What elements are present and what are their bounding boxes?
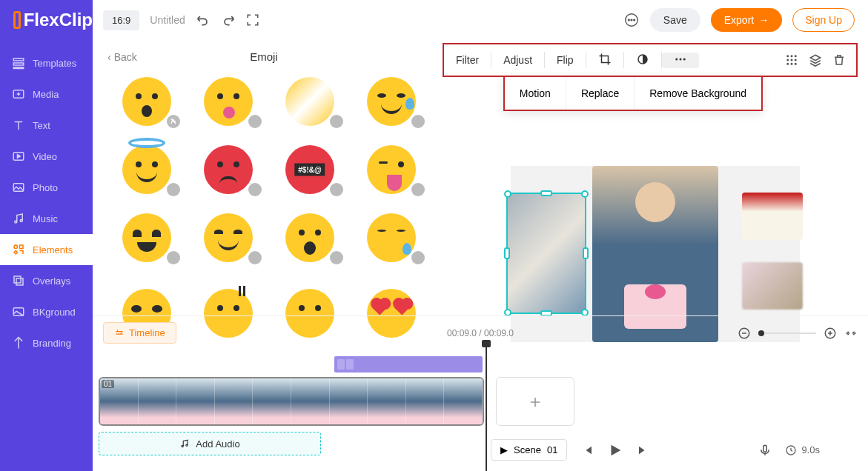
add-badge-icon bbox=[248, 115, 262, 128]
signup-button[interactable]: Sign Up bbox=[792, 8, 855, 32]
svg-point-29 bbox=[795, 63, 797, 65]
resize-handle[interactable] bbox=[581, 190, 589, 198]
svg-rect-5 bbox=[13, 63, 24, 65]
add-badge-icon bbox=[248, 183, 262, 196]
emoji-item[interactable] bbox=[112, 141, 182, 198]
overlay-image[interactable] bbox=[742, 193, 803, 240]
remove-background-button[interactable]: Remove Background bbox=[635, 77, 761, 110]
sidebar: Templates Media Text Video Photo Music E… bbox=[0, 40, 93, 471]
logo: FlexClip bbox=[0, 0, 93, 40]
replace-button[interactable]: Replace bbox=[566, 77, 634, 110]
zoom-in-icon[interactable] bbox=[824, 327, 837, 340]
zoom-slider-track[interactable] bbox=[764, 333, 816, 334]
sidebar-item-text[interactable]: Text bbox=[0, 110, 93, 141]
undo-icon[interactable] bbox=[196, 13, 211, 27]
svg-point-35 bbox=[186, 444, 188, 446]
filter-button[interactable]: Filter bbox=[444, 54, 491, 66]
fit-icon[interactable] bbox=[844, 327, 858, 340]
sidebar-item-overlays[interactable]: Overlays bbox=[0, 265, 93, 296]
add-badge-icon bbox=[330, 183, 343, 196]
timeline-toggle[interactable]: Timeline bbox=[103, 322, 176, 344]
emoji-item[interactable] bbox=[357, 141, 426, 198]
video-track[interactable]: 01 bbox=[99, 377, 484, 426]
svg-point-18 bbox=[675, 58, 677, 60]
more-dropdown: Motion Replace Remove Background bbox=[503, 76, 763, 111]
emoji-item[interactable]: #$!&@ bbox=[275, 141, 345, 198]
add-badge-icon bbox=[248, 251, 262, 264]
svg-point-23 bbox=[795, 55, 797, 57]
sidebar-item-branding[interactable]: Branding bbox=[0, 327, 93, 358]
add-badge-icon bbox=[330, 115, 343, 128]
image-toolbar: Filter Adjust Flip bbox=[443, 43, 858, 77]
resize-handle[interactable] bbox=[504, 247, 510, 259]
emoji-item[interactable] bbox=[112, 210, 182, 266]
add-audio-button[interactable]: Add Audio bbox=[99, 432, 321, 455]
add-badge-icon bbox=[167, 251, 180, 264]
motion-button[interactable]: Motion bbox=[505, 77, 566, 110]
sidebar-item-music[interactable]: Music bbox=[0, 203, 93, 234]
grid-icon[interactable] bbox=[785, 53, 798, 67]
export-button[interactable]: Export→ bbox=[711, 8, 782, 32]
emoji-item[interactable] bbox=[193, 73, 263, 130]
resize-handle[interactable] bbox=[581, 309, 589, 316]
emoji-item[interactable] bbox=[357, 210, 426, 266]
resize-handle[interactable] bbox=[504, 190, 511, 198]
sidebar-item-photo[interactable]: Photo bbox=[0, 172, 93, 203]
panel-title: Emoji bbox=[137, 50, 391, 63]
overlay-image[interactable] bbox=[742, 262, 803, 310]
add-badge-icon bbox=[411, 251, 425, 264]
svg-point-27 bbox=[786, 63, 789, 65]
add-badge-icon bbox=[167, 183, 180, 196]
overlay-clip[interactable] bbox=[334, 356, 483, 373]
timeline: Timeline 00:09.0 / 00:09.0 01 ＋ Add Audi… bbox=[93, 315, 868, 471]
comment-icon[interactable] bbox=[623, 12, 640, 28]
more-icon[interactable] bbox=[662, 53, 699, 68]
svg-rect-6 bbox=[13, 67, 24, 69]
add-scene-button[interactable]: ＋ bbox=[496, 377, 574, 426]
add-badge-icon bbox=[330, 251, 343, 264]
playhead[interactable] bbox=[486, 344, 487, 471]
sidebar-item-templates[interactable]: Templates bbox=[0, 47, 93, 78]
svg-point-11 bbox=[20, 220, 22, 222]
crop-icon[interactable] bbox=[586, 53, 623, 68]
zoom-slider-thumb[interactable] bbox=[758, 330, 764, 336]
svg-point-12 bbox=[14, 245, 18, 249]
censor-label: #$!&@ bbox=[294, 164, 325, 176]
layers-icon[interactable] bbox=[809, 53, 822, 67]
mask-icon[interactable] bbox=[624, 53, 661, 68]
sidebar-item-bkground[interactable]: BKground bbox=[0, 296, 93, 327]
resize-handle[interactable] bbox=[540, 190, 552, 196]
flip-button[interactable]: Flip bbox=[545, 54, 586, 66]
delete-icon[interactable] bbox=[832, 53, 846, 67]
svg-rect-14 bbox=[14, 276, 21, 283]
selected-image[interactable] bbox=[506, 193, 586, 314]
emoji-item[interactable] bbox=[193, 141, 263, 198]
fullscreen-icon[interactable] bbox=[246, 13, 259, 27]
svg-point-21 bbox=[786, 55, 789, 57]
svg-rect-4 bbox=[13, 59, 24, 61]
svg-rect-13 bbox=[20, 245, 24, 249]
svg-point-1 bbox=[628, 19, 629, 21]
emoji-item[interactable] bbox=[275, 210, 345, 266]
project-title[interactable]: Untitled bbox=[150, 14, 185, 26]
emoji-item[interactable] bbox=[112, 73, 182, 130]
svg-point-22 bbox=[791, 55, 793, 57]
svg-point-3 bbox=[634, 19, 635, 21]
svg-point-10 bbox=[15, 221, 17, 223]
resize-handle[interactable] bbox=[583, 247, 589, 259]
sidebar-item-media[interactable]: Media bbox=[0, 78, 93, 110]
back-button[interactable]: ‹Back bbox=[107, 51, 137, 63]
emoji-item[interactable] bbox=[193, 210, 263, 266]
emoji-grid: #$!&@ bbox=[93, 73, 443, 334]
emoji-item[interactable] bbox=[275, 73, 345, 130]
aspect-ratio-selector[interactable]: 16:9 bbox=[103, 10, 139, 30]
emoji-item[interactable] bbox=[357, 73, 426, 130]
redo-icon[interactable] bbox=[221, 13, 236, 27]
zoom-out-icon[interactable] bbox=[738, 327, 751, 340]
save-button[interactable]: Save bbox=[650, 8, 700, 32]
sidebar-item-elements[interactable]: Elements bbox=[0, 234, 93, 265]
adjust-button[interactable]: Adjust bbox=[491, 54, 544, 66]
sidebar-item-video[interactable]: Video bbox=[0, 141, 93, 172]
resize-handle[interactable] bbox=[504, 309, 511, 316]
svg-point-34 bbox=[182, 445, 183, 447]
